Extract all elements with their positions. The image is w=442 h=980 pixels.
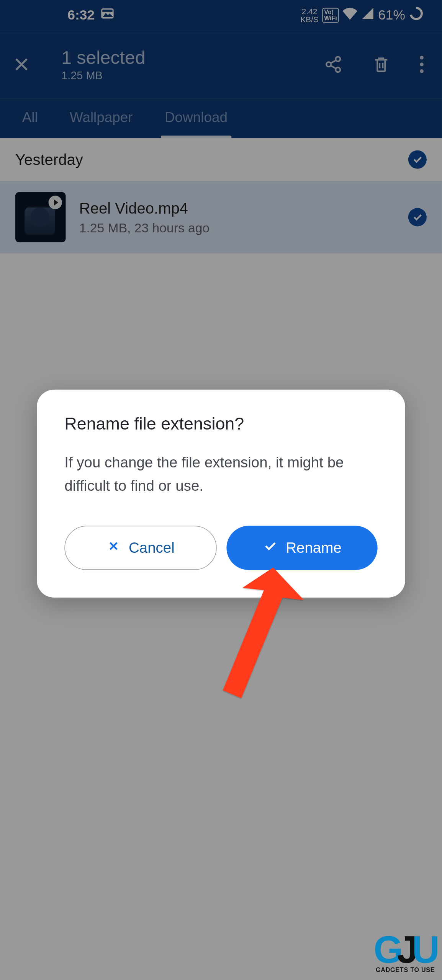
dialog-message: If you change the file extension, it mig… (64, 451, 377, 498)
watermark: GJU GADGETS TO USE (373, 934, 437, 973)
rename-label: Rename (286, 539, 341, 556)
rename-button[interactable]: Rename (226, 526, 377, 570)
cancel-button[interactable]: Cancel (64, 526, 216, 570)
watermark-text: GADGETS TO USE (376, 966, 435, 973)
screen: 6:32 2.42 KB/S Vo) WiFi (0, 0, 442, 980)
check-icon (262, 539, 277, 557)
rename-extension-dialog: Rename file extension? If you change the… (37, 390, 405, 598)
dialog-title: Rename file extension? (64, 414, 377, 434)
close-icon (106, 539, 120, 556)
cancel-label: Cancel (129, 539, 175, 556)
watermark-logo: GJU (373, 934, 437, 966)
